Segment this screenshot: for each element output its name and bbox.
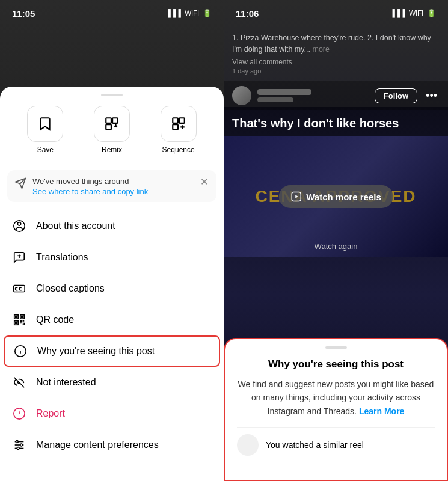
popup-item-text: You watched a similar reel: [266, 440, 364, 450]
comment-text: 1. Pizza Warehouse where they're rude. 2…: [232, 32, 440, 55]
follow-button[interactable]: Follow: [375, 88, 417, 103]
popup-item-avatar: [237, 434, 259, 456]
avatar: [232, 86, 251, 105]
svg-rect-3: [173, 118, 178, 123]
menu-item-report[interactable]: Report: [0, 398, 224, 429]
save-button[interactable]: Save: [27, 106, 63, 154]
more-options-button[interactable]: •••: [423, 90, 440, 102]
watch-again-text: Watch again: [315, 242, 358, 251]
menu-item-about[interactable]: About this account: [0, 210, 224, 242]
svg-point-31: [17, 447, 19, 450]
sequence-button[interactable]: Sequence: [161, 106, 197, 154]
left-status-icons: ▐▐▐ WiFi 🔋: [165, 9, 212, 17]
cc-icon: [12, 281, 26, 296]
menu-item-not-interested[interactable]: Not interested: [0, 367, 224, 398]
save-label: Save: [37, 146, 54, 154]
right-time: 11:06: [236, 8, 259, 19]
sequence-icon-box: [161, 106, 197, 142]
video-title: That's why I don't like horses: [224, 107, 448, 136]
translate-icon: [12, 250, 26, 265]
send-icon: [14, 177, 26, 192]
svg-rect-5: [173, 124, 178, 130]
remix-icon-box: [94, 106, 130, 142]
notif-content: We've moved things around See where to s…: [14, 176, 148, 196]
wifi-icon: WiFi: [185, 9, 199, 17]
svg-rect-16: [16, 316, 17, 318]
svg-rect-4: [179, 118, 185, 123]
battery-icon: 🔋: [203, 9, 212, 17]
comment-more[interactable]: more: [312, 45, 329, 54]
remix-button[interactable]: Remix: [94, 106, 130, 154]
captions-label: Closed captions: [36, 283, 105, 294]
notification-banner: We've moved things around See where to s…: [7, 170, 216, 202]
left-time: 11:05: [12, 8, 35, 19]
flag-icon: [12, 406, 26, 421]
menu-item-why-seeing[interactable]: Why you're seeing this post: [4, 335, 220, 367]
eye-slash-icon: [12, 375, 26, 390]
reels-icon: [290, 191, 301, 202]
report-label: Report: [36, 408, 65, 419]
why-seeing-label: Why you're seeing this post: [37, 346, 155, 357]
popup-handle: [325, 346, 347, 349]
action-row: Save Remix: [0, 106, 224, 164]
svg-point-9: [17, 222, 21, 226]
menu-item-manage-content[interactable]: Manage content preferences: [0, 429, 224, 461]
menu-item-qrcode[interactable]: QR code: [0, 304, 224, 335]
post-header: Follow •••: [224, 81, 448, 110]
svg-rect-0: [106, 118, 111, 123]
learn-more-link[interactable]: Learn More: [359, 406, 404, 416]
why-seeing-popup: Why you're seeing this post We find and …: [224, 338, 448, 481]
view-all-comments[interactable]: View all comments: [232, 58, 440, 66]
remix-icon: [104, 116, 120, 132]
sheet-handle: [101, 94, 123, 96]
left-status-bar: 11:05 ▐▐▐ WiFi 🔋: [0, 0, 224, 26]
svg-point-30: [20, 444, 23, 446]
post-user-info: [257, 89, 369, 102]
right-signal-icon: ▐▐▐: [390, 9, 405, 17]
notif-main-text: We've moved things around: [32, 176, 148, 187]
video-thumbnail: CENA APPROVED Watch more reels Watch aga…: [224, 136, 448, 257]
post-username: [257, 89, 311, 95]
save-icon-box: [27, 106, 63, 142]
watch-more-reels-button[interactable]: Watch more reels: [278, 185, 393, 208]
popup-item-similar-reel: You watched a similar reel: [237, 427, 435, 462]
qr-icon: [12, 313, 26, 327]
translations-label: Translations: [36, 252, 88, 263]
svg-point-29: [16, 441, 19, 443]
comments-area: 1. Pizza Warehouse where they're rude. 2…: [224, 26, 448, 81]
right-status-bar: 11:06 ▐▐▐ WiFi 🔋: [224, 0, 448, 26]
right-battery-icon: 🔋: [427, 9, 436, 17]
svg-rect-2: [106, 124, 111, 130]
right-status-icons: ▐▐▐ WiFi 🔋: [390, 9, 436, 17]
comment-content: 1. Pizza Warehouse where they're rude. 2…: [232, 34, 431, 54]
menu-item-translations[interactable]: Translations: [0, 242, 224, 273]
menu-list: About this account Translations: [0, 208, 224, 463]
qrcode-label: QR code: [36, 314, 74, 325]
svg-rect-17: [22, 316, 23, 318]
sequence-label: Sequence: [162, 146, 195, 154]
user-circle-icon: [12, 219, 26, 233]
sliders-icon: [12, 438, 26, 452]
bookmark-icon: [37, 116, 53, 132]
sequence-icon: [171, 116, 186, 132]
right-wifi-icon: WiFi: [409, 9, 423, 17]
svg-rect-1: [112, 118, 118, 123]
popup-body: We find and suggest new posts you might …: [237, 378, 435, 418]
post-subtitle: [257, 97, 293, 102]
menu-item-captions[interactable]: Closed captions: [0, 273, 224, 304]
manage-content-label: Manage content preferences: [36, 440, 159, 450]
left-panel: 11:05 ▐▐▐ WiFi 🔋 Save: [0, 0, 224, 481]
popup-body-text: We find and suggest new posts you might …: [238, 379, 434, 416]
notif-text-block: We've moved things around See where to s…: [32, 176, 148, 196]
svg-rect-18: [16, 322, 17, 324]
notif-close-button[interactable]: ✕: [199, 176, 209, 188]
not-interested-label: Not interested: [36, 377, 96, 388]
about-label: About this account: [36, 221, 115, 231]
signal-icon: ▐▐▐: [165, 9, 181, 17]
right-panel: 11:06 ▐▐▐ WiFi 🔋 1. Pizza Warehouse wher…: [224, 0, 448, 481]
comment-time: 1 day ago: [232, 67, 440, 75]
watch-more-label: Watch more reels: [306, 192, 381, 202]
info-circle-icon: [13, 344, 28, 358]
bottom-sheet: Save Remix: [0, 87, 224, 481]
notif-link-text[interactable]: See where to share and copy link: [32, 187, 148, 196]
